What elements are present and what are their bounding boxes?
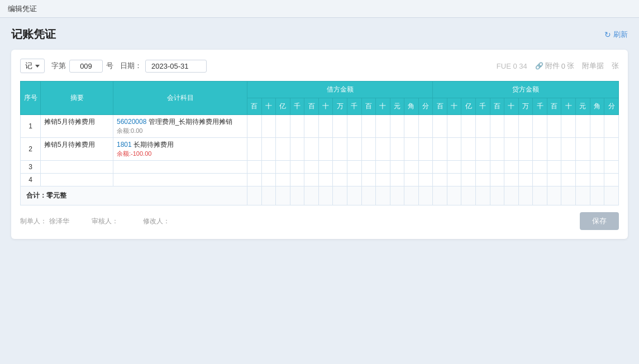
credit-cell-r4-c10[interactable] [561,174,576,186]
credit-cell-r4-c3[interactable] [461,174,476,186]
credit-cell-r3-c3[interactable] [461,161,476,174]
credit-cell-r2-c5[interactable] [490,138,504,161]
debit-cell-r1-c6[interactable] [318,115,333,138]
credit-cell-r3-c9[interactable] [547,161,561,174]
credit-cell-r3-c10[interactable] [561,161,576,174]
credit-cell-r4-c8[interactable] [533,174,547,186]
credit-cell-r1-c7[interactable] [518,115,533,138]
credit-cell-r1-c2[interactable] [447,115,461,138]
credit-cell-r1-c9[interactable] [547,115,561,138]
credit-cell-r4-c11[interactable] [575,174,590,186]
debit-cell-r3-c3[interactable] [276,161,290,174]
credit-cell-r1-c13[interactable] [604,115,619,138]
debit-cell-r4-c7[interactable] [333,174,347,186]
credit-cell-r4-c7[interactable] [518,174,533,186]
credit-cell-r4-c1[interactable] [433,174,447,186]
debit-cell-r4-c12[interactable] [404,174,419,186]
debit-cell-r4-c2[interactable] [261,174,276,186]
debit-cell-r1-c13[interactable] [418,115,433,138]
credit-cell-r1-c1[interactable] [433,115,447,138]
credit-cell-r3-c1[interactable] [433,161,447,174]
debit-cell-r2-c3[interactable] [276,138,290,161]
credit-cell-r2-c3[interactable] [461,138,476,161]
credit-cell-r2-c2[interactable] [447,138,461,161]
credit-cell-r1-c4[interactable] [476,115,490,138]
credit-cell-r3-c7[interactable] [518,161,533,174]
credit-cell-r2-c6[interactable] [504,138,519,161]
debit-cell-r2-c6[interactable] [318,138,333,161]
row-summary-2[interactable]: 摊销5月待摊费用 [41,138,113,161]
debit-cell-r4-c4[interactable] [290,174,304,186]
credit-cell-r3-c11[interactable] [575,161,590,174]
refresh-button[interactable]: ↻ 刷新 [604,30,628,40]
debit-cell-r4-c3[interactable] [276,174,290,186]
credit-cell-r4-c6[interactable] [504,174,519,186]
credit-cell-r2-c10[interactable] [561,138,576,161]
debit-cell-r4-c6[interactable] [318,174,333,186]
debit-cell-r3-c5[interactable] [304,161,319,174]
credit-cell-r1-c8[interactable] [533,115,547,138]
credit-cell-r1-c6[interactable] [504,115,519,138]
debit-cell-r4-c10[interactable] [376,174,390,186]
debit-cell-r2-c8[interactable] [347,138,361,161]
credit-cell-r3-c12[interactable] [590,161,604,174]
attach-single-link[interactable]: 附单据 [582,61,604,71]
credit-cell-r2-c1[interactable] [433,138,447,161]
debit-cell-r1-c12[interactable] [404,115,419,138]
debit-cell-r2-c4[interactable] [290,138,304,161]
debit-cell-r1-c4[interactable] [290,115,304,138]
row-account-2[interactable]: 1801 长期待摊费用余额:-100.00 [113,138,247,161]
credit-cell-r2-c11[interactable] [575,138,590,161]
debit-cell-r4-c5[interactable] [304,174,319,186]
credit-cell-r2-c7[interactable] [518,138,533,161]
debit-cell-r1-c9[interactable] [361,115,376,138]
credit-cell-r1-c3[interactable] [461,115,476,138]
credit-cell-r3-c8[interactable] [533,161,547,174]
debit-cell-r1-c2[interactable] [261,115,276,138]
debit-cell-r2-c13[interactable] [418,138,433,161]
debit-cell-r1-c1[interactable] [247,115,262,138]
row-account-4[interactable] [113,174,247,186]
row-summary-1[interactable]: 摊销5月待摊费用 [41,115,113,138]
credit-cell-r1-c12[interactable] [590,115,604,138]
row-summary-3[interactable] [41,161,113,174]
debit-cell-r3-c2[interactable] [261,161,276,174]
credit-cell-r2-c8[interactable] [533,138,547,161]
debit-cell-r3-c1[interactable] [247,161,262,174]
row-account-3[interactable] [113,161,247,174]
debit-cell-r1-c8[interactable] [347,115,361,138]
debit-cell-r3-c12[interactable] [404,161,419,174]
debit-cell-r2-c2[interactable] [261,138,276,161]
debit-cell-r4-c8[interactable] [347,174,361,186]
debit-cell-r1-c10[interactable] [376,115,390,138]
credit-cell-r4-c13[interactable] [604,174,619,186]
credit-cell-r3-c13[interactable] [604,161,619,174]
debit-cell-r2-c7[interactable] [333,138,347,161]
save-button[interactable]: 保存 [580,212,619,230]
debit-cell-r4-c11[interactable] [390,174,404,186]
debit-cell-r3-c4[interactable] [290,161,304,174]
credit-cell-r3-c5[interactable] [490,161,504,174]
ji-dropdown-button[interactable]: 记 [20,59,45,73]
credit-cell-r2-c13[interactable] [604,138,619,161]
debit-cell-r1-c5[interactable] [304,115,319,138]
debit-cell-r2-c9[interactable] [361,138,376,161]
attachment-link[interactable]: 🔗 附件 0 张 [535,61,574,71]
debit-cell-r3-c10[interactable] [376,161,390,174]
debit-cell-r4-c13[interactable] [418,174,433,186]
credit-cell-r3-c2[interactable] [447,161,461,174]
credit-cell-r3-c4[interactable] [476,161,490,174]
credit-cell-r4-c12[interactable] [590,174,604,186]
credit-cell-r1-c5[interactable] [490,115,504,138]
debit-cell-r1-c3[interactable] [276,115,290,138]
credit-cell-r1-c10[interactable] [561,115,576,138]
debit-cell-r2-c5[interactable] [304,138,319,161]
credit-cell-r2-c4[interactable] [476,138,490,161]
credit-cell-r4-c2[interactable] [447,174,461,186]
debit-cell-r1-c7[interactable] [333,115,347,138]
debit-cell-r3-c11[interactable] [390,161,404,174]
zi-input[interactable] [69,60,103,73]
debit-cell-r3-c8[interactable] [347,161,361,174]
credit-cell-r4-c5[interactable] [490,174,504,186]
credit-cell-r4-c9[interactable] [547,174,561,186]
